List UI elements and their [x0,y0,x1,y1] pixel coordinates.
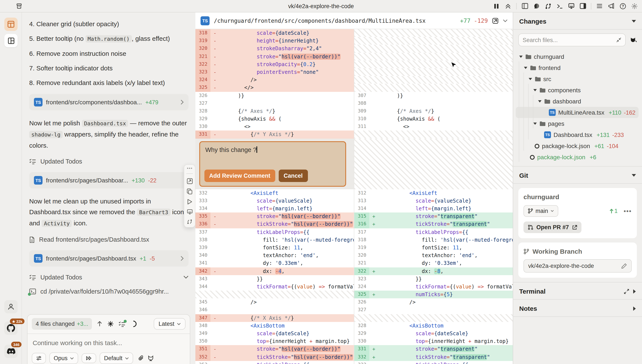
diff-line[interactable]: 321 - stroke="hsl(var(--border))" [195,52,354,60]
diff-line[interactable]: 327 [354,306,513,314]
monitor-icon[interactable] [568,2,574,10]
diff-line[interactable]: 313 scale={valueScale} [354,197,513,205]
diff-line[interactable]: 308 [354,99,513,107]
diff-line[interactable]: 342 - dx: -4, [195,267,354,275]
fast-forward-button[interactable] [82,353,96,363]
tree-file-MultiLineArea.tsx[interactable]: TSMultiLineArea.tsx +110-162 [516,107,638,118]
diff-line[interactable]: 350 top={innerHeight + margin.top} [195,338,354,345]
diff-line[interactable]: 349 scale={dateScale} [195,330,354,338]
diff-line[interactable]: 321 dy: '0.33em', [354,260,513,267]
cat-icon[interactable] [147,355,154,361]
diff-line[interactable]: 332 + tickStroke="transparent" [354,353,513,361]
board-layout-button[interactable] [4,34,18,47]
diff-line[interactable]: 331 - {/* Y Axis */} [195,131,354,138]
collapse-diff-icon[interactable] [503,19,508,22]
diff-line[interactable]: 347 - {/* X Axis */} [195,314,354,322]
chat-bubble-icon[interactable] [533,2,540,10]
diff-line[interactable]: 337 tickLabelProps={{ [195,228,354,236]
help-icon[interactable]: ? [619,2,626,10]
diff-line[interactable]: 352 - tickStroke="hsl(var(--border))" [195,353,354,361]
spark-icon[interactable] [108,321,114,327]
diff-line[interactable]: 329 scale={dateScale} [354,330,513,338]
diff-line[interactable]: 344 tickFormat={(value) => formatValue(v… [195,283,354,290]
monitor-icon[interactable] [187,209,193,214]
branch-dropdown[interactable]: main [523,205,558,217]
git-compare-icon[interactable] [544,2,551,10]
tree-folder-pages[interactable]: pages [516,118,638,129]
diff-line[interactable]: 325 + numTicks={5} [354,290,513,298]
terminal-expand-caret[interactable] [633,289,636,294]
attach-icon[interactable] [138,355,144,362]
tree-folder-dashboard[interactable]: dashboard [516,96,638,107]
expand-terminal-icon[interactable] [624,289,629,294]
pause-icon[interactable] [493,2,500,10]
tree-folder-components[interactable]: components [516,84,638,96]
diff-line[interactable]: 318 fill: 'hsl(var(--muted-foreground))'… [354,236,513,244]
discord-button[interactable]: 346 [4,345,18,358]
settings-sliders-button[interactable] [32,353,46,364]
workspace-layout-button[interactable] [4,18,18,31]
menu-icon[interactable] [596,2,603,10]
diff-line[interactable]: 310 {showAxis && ( [354,115,513,123]
tool-action-row[interactable]: Read frontend/src/pages/Dashboard.tsx [29,236,189,243]
diff-line[interactable]: 316 + tickStroke="transparent" [354,220,513,228]
diff-line[interactable]: 340 textAnchor: 'end', [195,252,354,259]
diff-line[interactable]: 324 tickFormat={(value) => formatValue(v… [354,283,513,290]
panel-right-icon[interactable] [579,2,586,10]
account-button[interactable] [4,300,18,313]
diff-line[interactable]: 323 }} [354,275,513,283]
edit-branch-icon[interactable] [621,263,627,269]
file-change-chip[interactable]: TS frontend/src/components/dashboa... +4… [29,94,189,110]
diff-line[interactable]: 319 fontSize: 11, [354,244,513,252]
diff-line[interactable]: 353 tickLabelProps={{ [195,361,354,364]
diff-line[interactable]: 314 left={margin.left} [354,205,513,212]
diff-line[interactable]: 327 [195,99,354,107]
panel-left-icon[interactable] [521,2,528,10]
tool-action-row[interactable]: Updated Todos [29,274,189,281]
diff-line[interactable]: 328 <AxisBottom [354,322,513,330]
megaphone-icon[interactable] [608,2,614,10]
gear-icon[interactable] [631,2,638,10]
chevrons-up-icon[interactable] [505,2,511,10]
diff-line[interactable]: 326 )} [195,92,354,99]
diff-line[interactable]: 326 /> [354,298,513,306]
search-files-input[interactable]: Search files... [518,34,626,46]
todo-list-icon[interactable] [119,321,126,327]
model-dropdown[interactable]: Opus [49,352,78,364]
tree-file-Dashboard.tsx[interactable]: TSDashboard.tsx +131-233 [516,129,638,140]
diff-line[interactable]: 315 + stroke="transparent" [354,212,513,220]
tree-file-package-lock.json[interactable]: package-lock.json +61-104 [516,140,638,152]
tool-action-row[interactable]: Updated Todos [29,158,189,165]
diff-line[interactable]: 348 <AxisBottom [195,322,354,330]
cat-review-icon[interactable] [629,37,637,43]
working-branch-input[interactable]: vk/4e2a-explore-the-code [523,259,632,272]
composer-input[interactable]: Continue working on this task... [33,339,185,346]
review-comment-box[interactable]: Why this change ? Add Review Comment Can… [199,141,346,186]
diff-line[interactable]: 334 left={margin.left} [195,205,354,212]
diff-line[interactable]: 345 /> [195,298,354,306]
diff-line[interactable]: 330 top={innerHeight + margin.top} [354,338,513,345]
diff-line[interactable]: 320 textAnchor: 'end', [354,252,513,259]
chevron-down-icon[interactable] [183,276,189,279]
diff-line[interactable]: 322 - strokeOpacity={0.2} [195,60,354,68]
diff-line[interactable]: 320 - strokeDasharray="2,4" [195,45,354,52]
diff-line[interactable]: 336 - tickStroke="hsl(var(--border))" [195,220,354,228]
diff-line[interactable]: 335 - stroke="hsl(var(--border))" [195,212,354,220]
diff-line[interactable]: 319 - height={innerHeight} [195,37,354,45]
github-button[interactable]: ★ 22k [4,322,18,335]
more-options-icon[interactable] [187,168,192,169]
version-dropdown[interactable]: Latest [154,318,186,330]
copy-icon[interactable] [187,188,192,194]
diff-line[interactable]: 351 - stroke="hsl(var(--border))" [195,345,354,353]
file-change-chip[interactable]: TS frontend/src/pages/Dashboar... +130 -… [29,172,189,188]
diff-line[interactable]: 311 <> [354,123,513,131]
tree-folder-churnguard[interactable]: churnguard [516,51,638,62]
diff-line[interactable]: 341 dy: '0.33em', [195,260,354,267]
diff-line[interactable]: 318 - scale={dateScale} [195,29,354,37]
diff-line[interactable]: 333 scale={valueScale} [195,197,354,205]
diff-line[interactable]: 307 )} [354,92,513,99]
tree-folder-frontend[interactable]: frontend [516,62,638,74]
diff-line[interactable]: 328 {/* Axes */} [195,107,354,115]
diff-line[interactable]: 325 - </> [195,84,354,92]
collapse-tree-icon[interactable] [616,37,621,42]
